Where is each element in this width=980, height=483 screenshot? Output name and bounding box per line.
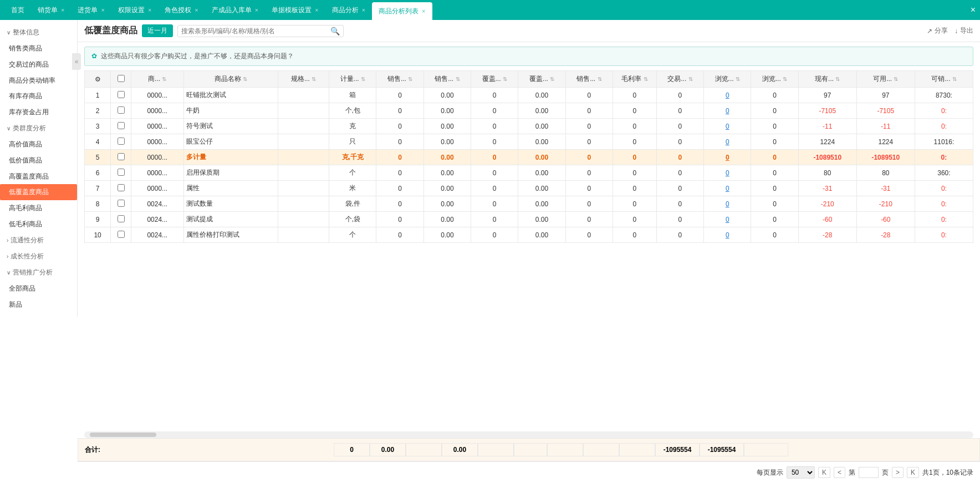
cell-browse1[interactable]: 0 <box>704 181 751 196</box>
cell-trade: 0 <box>656 150 703 165</box>
th-browse2[interactable]: 浏览... ⇅ <box>751 71 798 88</box>
cell-check[interactable] <box>111 150 131 165</box>
next-page-button[interactable]: > <box>892 467 904 478</box>
close-icon[interactable]: × <box>148 0 151 20</box>
close-icon[interactable]: × <box>195 0 198 20</box>
row-checkbox[interactable] <box>118 184 125 191</box>
select-all-checkbox[interactable] <box>118 75 125 82</box>
sidebar-item-category-rate[interactable]: 商品分类动销率 <box>0 73 77 89</box>
cell-browse1[interactable]: 0 <box>704 165 751 181</box>
th-check[interactable] <box>111 71 131 88</box>
horizontal-scrollbar[interactable] <box>84 431 973 438</box>
th-sales-count[interactable]: 销售... ⇅ <box>376 71 423 88</box>
th-browse1[interactable]: 浏览... ⇅ <box>704 71 751 88</box>
row-checkbox[interactable] <box>118 231 125 238</box>
cell-browse1[interactable]: 0 <box>704 103 751 119</box>
share-button[interactable]: ↗ 分享 <box>927 26 948 35</box>
nav-item-production[interactable]: 产成品入库单 × <box>205 0 265 20</box>
time-filter-button[interactable]: 近一月 <box>142 24 173 37</box>
row-checkbox[interactable] <box>118 91 125 98</box>
sidebar-item-stock-goods[interactable]: 有库存商品 <box>0 88 77 104</box>
sidebar-section-growth[interactable]: › 成长性分析 <box>0 248 77 265</box>
row-checkbox[interactable] <box>118 200 125 207</box>
close-icon[interactable]: × <box>101 0 104 20</box>
th-code[interactable]: 商... ⇅ <box>131 71 184 88</box>
sidebar-item-new-goods[interactable]: 新品 <box>0 297 77 313</box>
cell-check[interactable] <box>111 103 131 119</box>
sidebar-item-low-coverage[interactable]: 低覆盖度商品 <box>0 184 77 200</box>
row-checkbox[interactable] <box>118 122 125 129</box>
close-icon[interactable]: × <box>61 0 64 20</box>
th-gross-margin[interactable]: 毛利率 ⇅ <box>613 71 657 88</box>
export-button[interactable]: ↓ 导出 <box>955 26 973 35</box>
cell-browse1[interactable]: 0 <box>704 88 751 103</box>
close-icon[interactable]: × <box>315 0 318 20</box>
nav-item-goods-analysis-list[interactable]: 商品分析列表 × <box>372 2 432 20</box>
nav-item-goods-analysis[interactable]: 商品分析 × <box>325 0 372 20</box>
cell-browse1[interactable]: 0 <box>704 150 751 165</box>
th-coverage2[interactable]: 覆盖... ⇅ <box>518 71 565 88</box>
th-available-stock[interactable]: 可用... ⇅ <box>856 71 915 88</box>
first-page-button[interactable]: K <box>818 467 830 478</box>
th-coverage1[interactable]: 覆盖... ⇅ <box>471 71 518 88</box>
cell-browse1[interactable]: 0 <box>704 227 751 243</box>
nav-item-roles[interactable]: 角色授权 × <box>158 0 205 20</box>
row-checkbox[interactable] <box>118 153 125 160</box>
page-input[interactable]: 1 <box>859 467 879 478</box>
search-input[interactable] <box>181 27 330 35</box>
row-checkbox[interactable] <box>118 106 125 114</box>
nav-item-home[interactable]: 首页 <box>4 0 31 20</box>
cell-check[interactable] <box>111 227 131 243</box>
nav-item-sales[interactable]: 销货单 × <box>31 0 71 20</box>
cell-browse1[interactable]: 0 <box>704 196 751 212</box>
th-trade[interactable]: 交易... ⇅ <box>656 71 703 88</box>
per-page-select[interactable]: 50 100 200 <box>787 466 815 479</box>
row-checkbox[interactable] <box>118 138 125 145</box>
scroll-thumb[interactable] <box>90 433 156 437</box>
sidebar-item-high-value[interactable]: 高价值商品 <box>0 136 77 152</box>
cell-browse1[interactable]: 0 <box>704 134 751 150</box>
sidebar-item-traded-goods[interactable]: 交易过的商品 <box>0 57 77 73</box>
nav-item-purchase[interactable]: 进货单 × <box>71 0 111 20</box>
prev-page-button[interactable]: < <box>834 467 845 478</box>
cell-check[interactable] <box>111 196 131 212</box>
cell-check[interactable] <box>111 181 131 196</box>
th-unit[interactable]: 计量... ⇅ <box>329 71 376 88</box>
row-checkbox[interactable] <box>118 169 125 176</box>
th-name[interactable]: 商品名称 ⇅ <box>183 71 278 88</box>
sidebar-section-quality[interactable]: ∨ 类群度分析 <box>0 120 77 136</box>
sidebar-collapse-button[interactable]: « <box>72 53 81 70</box>
close-icon[interactable]: × <box>422 2 425 20</box>
sidebar-item-all-goods[interactable]: 全部商品 <box>0 281 77 297</box>
th-settings[interactable]: ⚙ <box>85 71 111 88</box>
th-saleable[interactable]: 可销... ⇅ <box>915 71 973 88</box>
cell-check[interactable] <box>111 119 131 134</box>
nav-item-templates[interactable]: 单据模板设置 × <box>265 0 325 20</box>
cell-browse1[interactable]: 0 <box>704 119 751 134</box>
th-current-stock[interactable]: 现有... ⇅ <box>798 71 856 88</box>
sidebar-item-high-coverage[interactable]: 高覆盖度商品 <box>0 169 77 185</box>
last-page-button[interactable]: K <box>907 467 919 478</box>
row-checkbox[interactable] <box>118 215 125 222</box>
sidebar-item-high-margin[interactable]: 高毛利商品 <box>0 200 77 216</box>
sidebar-section-flow[interactable]: › 流通性分析 <box>0 232 77 248</box>
cell-check[interactable] <box>111 212 131 227</box>
sidebar-section-overall[interactable]: ∨ 整体信息 <box>0 24 77 40</box>
th-sales-rank[interactable]: 销售... ⇅ <box>565 71 612 88</box>
sidebar-section-marketing[interactable]: ∨ 营销推广分析 <box>0 265 77 281</box>
cell-check[interactable] <box>111 134 131 150</box>
close-all-button[interactable]: × <box>971 5 976 15</box>
sidebar-item-sales-goods[interactable]: 销售类商品 <box>0 40 77 57</box>
th-sales-amount[interactable]: 销售... ⇅ <box>423 71 471 88</box>
th-spec[interactable]: 规格... ⇅ <box>278 71 329 88</box>
search-icon[interactable]: 🔍 <box>330 27 340 35</box>
cell-browse1[interactable]: 0 <box>704 212 751 227</box>
cell-check[interactable] <box>111 88 131 103</box>
cell-check[interactable] <box>111 165 131 181</box>
close-icon[interactable]: × <box>255 0 258 20</box>
close-icon[interactable]: × <box>362 0 365 20</box>
sidebar-item-low-margin[interactable]: 低毛利商品 <box>0 216 77 232</box>
sidebar-item-capital[interactable]: 库存资金占用 <box>0 104 77 120</box>
sidebar-item-low-value[interactable]: 低价值商品 <box>0 152 77 169</box>
nav-item-permissions[interactable]: 权限设置 × <box>111 0 158 20</box>
